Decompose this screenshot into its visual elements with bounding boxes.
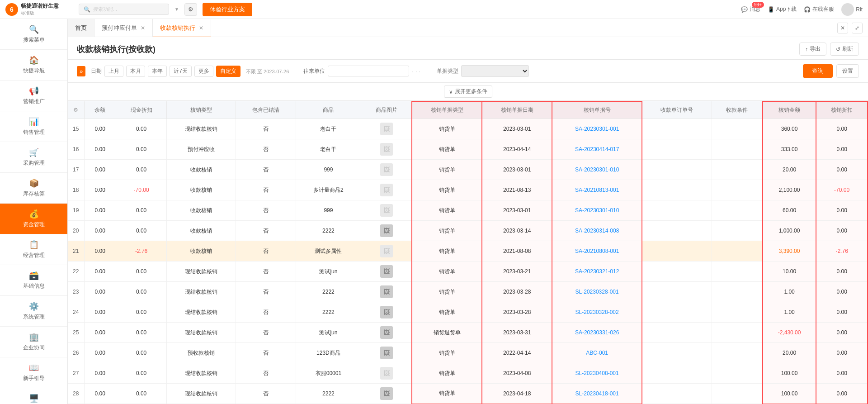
cell-verify-amount: 60.00 [763, 200, 816, 221]
cell-goods: 2222 [296, 221, 361, 241]
industry-solution-button[interactable]: 休验行业方案 [203, 3, 252, 16]
sidebar-item-marketing[interactable]: 📢 营销推广 [0, 81, 67, 111]
cell-collection-order-no [642, 200, 712, 221]
sidebar-item-finance[interactable]: 💰 资金管理 [0, 204, 67, 234]
voucher-no-link[interactable]: SA-20230301-001 [575, 126, 619, 132]
cell-verify-voucher-date: 2021-08-13 [482, 180, 552, 200]
date-this-year-btn[interactable]: 本年 [148, 66, 167, 77]
cell-goods-img: 🖼 [361, 261, 412, 282]
cell-goods-img: 🖼 [361, 160, 412, 180]
date-more-btn[interactable]: 更多 [194, 66, 213, 77]
cell-cash-discount: 0.00 [116, 261, 167, 282]
voucher-no-link[interactable]: SA-20210813-001 [575, 187, 619, 193]
online-service-button[interactable]: 🎧 在线客服 [804, 5, 834, 13]
sidebar-item-quick-nav[interactable]: 🏠 快捷导航 [0, 50, 67, 81]
table-row: 19 0.00 0.00 收款核销 否 999 🖼 销货单 2023-03-01… [68, 200, 868, 221]
sidebar-item-enterprise[interactable]: 🏢 企业协同 [0, 327, 67, 357]
voucher-no-link[interactable]: SA-20230301-010 [575, 207, 619, 214]
date-prev-month-btn[interactable]: 上月 [104, 66, 123, 77]
settings-gear-button[interactable]: ⚙ [184, 3, 197, 16]
goods-image: 🖼 [380, 306, 393, 318]
filter-settings-button[interactable]: 设置 [836, 64, 859, 78]
filter-action-buttons: 查询 设置 [803, 64, 859, 78]
tab-home[interactable]: 首页 [68, 19, 94, 37]
enterprise-icon: 🏢 [29, 332, 39, 342]
message-button[interactable]: 💬 消息 99+ [741, 5, 760, 13]
top-bar: 6 畅捷通谐好生意 标准版 🔍 搜索功能... ▼ ⚙ 休验行业方案 💬 消息 … [0, 0, 868, 19]
cell-cash-discount: 0.00 [116, 282, 167, 302]
cell-collection-condition [712, 160, 763, 180]
table-container[interactable]: ⚙ 余额 现金折扣 核销类型 包含已结清 商品 商品图片 核销单据类型 核销单据… [68, 101, 868, 404]
cell-collection-condition [712, 180, 763, 200]
cell-include-settled: 否 [236, 302, 296, 323]
cell-goods: 999 [296, 200, 361, 221]
cell-include-settled: 否 [236, 221, 296, 241]
cell-verify-voucher-date: 2023-03-01 [482, 200, 552, 221]
cell-collection-order-no [642, 119, 712, 139]
search-dropdown-arrow[interactable]: ▼ [175, 7, 179, 12]
counterpart-filter-section: 往来单位 ··· [303, 66, 422, 76]
cell-verify-voucher-date: 2023-04-08 [482, 363, 552, 384]
voucher-no-link[interactable]: SL-20230418-001 [576, 390, 619, 397]
voucher-no-link[interactable]: SL-20230408-001 [576, 370, 619, 376]
voucher-no-link[interactable]: ABC-001 [586, 350, 608, 356]
query-button[interactable]: 查询 [803, 64, 833, 78]
voucher-no-link[interactable]: SL-20230328-002 [576, 309, 619, 315]
sidebar-item-operations[interactable]: 📋 经营管理 [0, 234, 67, 265]
voucher-no-link[interactable]: SA-20230331-026 [575, 329, 619, 336]
sidebar-item-search-menu[interactable]: 🔍 搜索菜单 [0, 19, 67, 50]
voucher-type-select[interactable] [461, 65, 529, 77]
cell-verify-voucher-no: SL-20230328-002 [552, 302, 642, 323]
date-7days-btn[interactable]: 近7天 [170, 66, 192, 77]
tab-prepay-close[interactable]: ✕ [141, 25, 145, 31]
sales-icon: 📊 [29, 117, 39, 127]
cell-seq: 16 [68, 139, 84, 160]
cell-collection-order-no [642, 221, 712, 241]
user-area[interactable]: Rit [841, 3, 863, 16]
cell-include-settled: 否 [236, 323, 296, 343]
sidebar-item-purchase[interactable]: 🛒 采购管理 [0, 142, 67, 173]
cell-verify-amount: 1,000.00 [763, 221, 816, 241]
sidebar-item-sales[interactable]: 📊 销售管理 [0, 111, 67, 142]
cell-verify-voucher-date: 2023-03-01 [482, 119, 552, 139]
cell-balance: 0.00 [84, 363, 116, 384]
date-custom-btn[interactable]: 自定义 [216, 66, 241, 77]
sidebar-item-basic-info[interactable]: 🗃️ 基础信息 [0, 265, 67, 296]
table-row: 23 0.00 0.00 现结收款核销 否 2222 🖼 销货单 2023-03… [68, 282, 868, 302]
th-settings[interactable]: ⚙ [68, 101, 84, 119]
cell-collection-condition [712, 384, 763, 404]
voucher-no-link[interactable]: SA-20230314-008 [575, 228, 619, 234]
date-this-month-btn[interactable]: 本月 [126, 66, 145, 77]
top-search-box[interactable]: 🔍 搜索功能... [79, 4, 169, 15]
voucher-no-link[interactable]: SA-20230301-010 [575, 166, 619, 173]
counterpart-input[interactable] [328, 66, 409, 76]
cell-verify-discount: 0.00 [816, 363, 868, 384]
cell-include-settled: 否 [236, 119, 296, 139]
voucher-no-link[interactable]: SA-20230414-017 [575, 146, 619, 152]
export-button[interactable]: ↑ 导出 [799, 43, 826, 56]
sidebar-item-system[interactable]: ⚙️ 系统管理 [0, 296, 67, 327]
expand-more-button[interactable]: ∨ 展开更多条件 [444, 86, 492, 98]
tab-collection-verify-close[interactable]: ✕ [199, 25, 203, 31]
expand-more-row: ∨ 展开更多条件 [68, 83, 868, 101]
tab-expand-button[interactable]: ⤢ [852, 23, 863, 33]
search-menu-icon: 🔍 [29, 24, 39, 34]
cell-seq: 21 [68, 241, 84, 261]
voucher-no-link[interactable]: SA-20230321-012 [575, 268, 619, 275]
sidebar-item-beginner[interactable]: 📖 新手引导 [0, 357, 67, 388]
tab-collection-verify[interactable]: 收款核销执行 ✕ [153, 19, 211, 38]
sidebar-item-smart-hw[interactable]: 🖥️ 智能硬件 [0, 388, 67, 404]
refresh-button[interactable]: ↺ 刷新 [830, 43, 859, 56]
filter-expand-arrow[interactable]: » [77, 66, 85, 76]
cell-verify-amount: 360.00 [763, 119, 816, 139]
voucher-no-link[interactable]: SL-20230328-001 [576, 289, 619, 295]
cell-verify-voucher-no: SL-20230408-001 [552, 363, 642, 384]
inventory-icon: 📦 [29, 178, 39, 188]
cell-include-settled: 否 [236, 261, 296, 282]
voucher-no-link[interactable]: SA-20210808-001 [575, 248, 619, 254]
tab-close-window-button[interactable]: ✕ [837, 23, 848, 33]
tab-prepay[interactable]: 预付冲应付单 ✕ [94, 19, 153, 37]
app-download-button[interactable]: 📱 App下载 [768, 5, 797, 13]
sidebar-item-inventory[interactable]: 📦 库存核算 [0, 173, 67, 204]
cell-verify-discount: -70.00 [816, 180, 868, 200]
